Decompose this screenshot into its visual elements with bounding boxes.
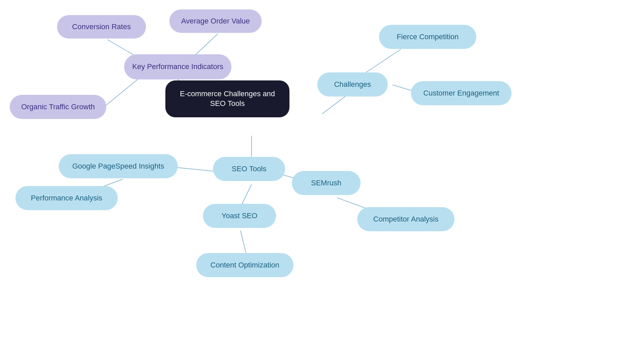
customer-engagement-node[interactable]: Customer Engagement [411, 81, 512, 105]
center-label: E-commerce Challenges and SEO Tools [176, 89, 278, 108]
organic-traffic-growth-node[interactable]: Organic Traffic Growth [10, 95, 106, 119]
organic-traffic-label: Organic Traffic Growth [18, 102, 98, 112]
average-order-value-node[interactable]: Average Order Value [169, 9, 262, 33]
challenges-label: Challenges [331, 80, 374, 89]
average-order-value-label: Average Order Value [178, 16, 253, 26]
fierce-competition-node[interactable]: Fierce Competition [379, 25, 476, 49]
svg-line-3 [104, 79, 138, 107]
performance-analysis-node[interactable]: Performance Analysis [15, 186, 118, 210]
center-node[interactable]: E-commerce Challenges and SEO Tools [165, 80, 289, 117]
seo-tools-node[interactable]: SEO Tools [213, 157, 285, 181]
seo-tools-label: SEO Tools [228, 164, 270, 174]
content-optimization-node[interactable]: Content Optimization [196, 253, 293, 277]
conversion-rates-label: Conversion Rates [69, 22, 134, 32]
competitor-analysis-node[interactable]: Competitor Analysis [357, 207, 454, 231]
customer-engagement-label: Customer Engagement [420, 88, 502, 98]
google-pagespeed-label: Google PageSpeed Insights [69, 162, 168, 171]
google-pagespeed-node[interactable]: Google PageSpeed Insights [59, 154, 178, 178]
semrush-label: SEMrush [308, 178, 344, 188]
conversion-rates-node[interactable]: Conversion Rates [57, 15, 146, 39]
fierce-competition-label: Fierce Competition [393, 32, 462, 42]
yoast-seo-node[interactable]: Yoast SEO [203, 204, 276, 228]
competitor-analysis-label: Competitor Analysis [370, 215, 442, 224]
svg-line-13 [240, 231, 247, 255]
challenges-node[interactable]: Challenges [317, 72, 388, 97]
yoast-seo-label: Yoast SEO [218, 211, 261, 221]
semrush-node[interactable]: SEMrush [292, 171, 361, 195]
kpi-node[interactable]: Key Performance Indicators [124, 54, 231, 79]
performance-analysis-label: Performance Analysis [28, 193, 106, 203]
kpi-label: Key Performance Indicators [129, 62, 226, 72]
content-optimization-label: Content Optimization [207, 260, 282, 270]
